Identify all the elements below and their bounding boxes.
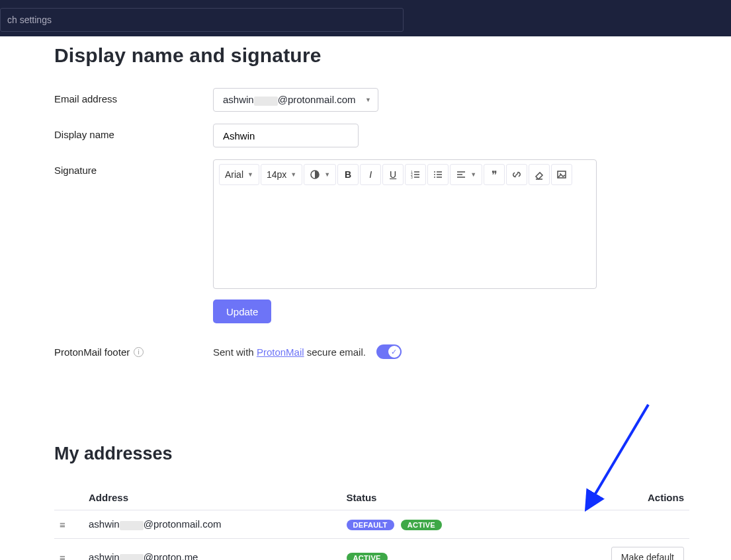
redacted: [254, 97, 278, 106]
svg-text:3: 3: [411, 175, 413, 179]
contrast-icon: [310, 169, 320, 180]
section-title-identity: Display name and signature: [54, 44, 677, 67]
color-select[interactable]: ▼: [304, 164, 336, 185]
check-icon: ✓: [388, 346, 400, 358]
redacted: [120, 554, 144, 560]
row-email: Email address ashwin@protonmail.com ▼: [54, 88, 677, 112]
unordered-list-icon: [433, 169, 443, 180]
active-badge: ACTIVE: [347, 553, 388, 560]
svg-point-8: [434, 174, 435, 175]
svg-point-9: [434, 177, 435, 178]
italic-button[interactable]: I: [360, 164, 381, 185]
address-cell: ashwin@protonmail.com: [83, 510, 341, 539]
redacted: [120, 521, 144, 530]
drag-handle-icon[interactable]: ≡: [54, 510, 83, 539]
section-title-addresses: My addresses: [54, 444, 677, 464]
address-cell: ashwin@proton.me: [83, 539, 341, 561]
addresses-table: Address Status Actions ≡ ashwin@protonma…: [54, 485, 689, 560]
col-address: Address: [83, 485, 341, 510]
col-actions: Actions: [539, 485, 689, 510]
clear-format-button[interactable]: [529, 164, 550, 185]
update-button[interactable]: Update: [213, 300, 271, 323]
drag-handle-icon[interactable]: ≡: [54, 539, 83, 561]
chevron-down-icon: ▼: [290, 171, 296, 178]
info-icon[interactable]: i: [134, 347, 144, 357]
editor-toolbar: Arial▼ 14px▼ ▼ B I U 123 ▼ ❞: [214, 160, 596, 189]
protonmail-link[interactable]: ProtonMail: [257, 346, 304, 358]
svg-point-7: [434, 171, 435, 173]
email-select[interactable]: ashwin@protonmail.com ▼: [213, 88, 378, 112]
insert-image-button[interactable]: [551, 164, 572, 185]
ordered-list-icon: 123: [410, 169, 421, 180]
active-badge: ACTIVE: [401, 520, 442, 530]
col-status: Status: [341, 485, 539, 510]
label-display-name: Display name: [54, 124, 213, 140]
topbar: [0, 0, 731, 36]
status-cell: DEFAULT ACTIVE: [341, 510, 539, 539]
image-icon: [556, 169, 567, 180]
search-input[interactable]: [0, 8, 404, 32]
row-signature: Signature Arial▼ 14px▼ ▼ B I U 123 ▼ ❞: [54, 159, 677, 323]
bold-button[interactable]: B: [337, 164, 359, 185]
chevron-down-icon: ▼: [247, 171, 253, 178]
link-button[interactable]: [506, 164, 527, 185]
page-content: Display name and signature Email address…: [0, 44, 731, 560]
quote-icon: ❞: [492, 169, 497, 181]
underline-icon: U: [390, 169, 396, 180]
label-email: Email address: [54, 88, 213, 104]
align-select[interactable]: ▼: [450, 164, 482, 185]
row-display-name: Display name: [54, 124, 677, 147]
font-size-select[interactable]: 14px▼: [261, 164, 302, 185]
label-signature: Signature: [54, 159, 213, 176]
font-family-select[interactable]: Arial▼: [219, 164, 259, 185]
display-name-input[interactable]: [213, 124, 359, 147]
chevron-down-icon: ▼: [324, 171, 330, 178]
table-row: ≡ ashwin@protonmail.com DEFAULT ACTIVE: [54, 510, 689, 539]
email-select-value: ashwin@protonmail.com: [223, 94, 355, 105]
unordered-list-button[interactable]: [427, 164, 449, 185]
footer-toggle[interactable]: ✓: [376, 344, 402, 359]
chevron-down-icon: ▼: [470, 171, 476, 178]
bold-icon: B: [345, 169, 351, 180]
signature-textarea[interactable]: [214, 189, 596, 288]
default-badge: DEFAULT: [347, 520, 394, 530]
underline-button[interactable]: U: [382, 164, 404, 185]
label-footer: ProtonMail footer i: [54, 346, 213, 358]
italic-icon: I: [369, 169, 372, 180]
make-default-button[interactable]: Make default: [611, 547, 684, 560]
align-left-icon: [456, 169, 466, 180]
row-footer: ProtonMail footer i Sent with ProtonMail…: [54, 344, 677, 359]
eraser-icon: [534, 169, 544, 180]
table-row: ≡ ashwin@proton.me ACTIVE Make default: [54, 539, 689, 561]
signature-editor: Arial▼ 14px▼ ▼ B I U 123 ▼ ❞: [213, 159, 597, 289]
link-icon: [511, 169, 522, 180]
chevron-down-icon: ▼: [365, 97, 371, 103]
footer-content: Sent with ProtonMail secure email. ✓: [213, 344, 677, 359]
quote-button[interactable]: ❞: [484, 164, 505, 185]
ordered-list-button[interactable]: 123: [405, 164, 426, 185]
status-cell: ACTIVE: [341, 539, 539, 561]
